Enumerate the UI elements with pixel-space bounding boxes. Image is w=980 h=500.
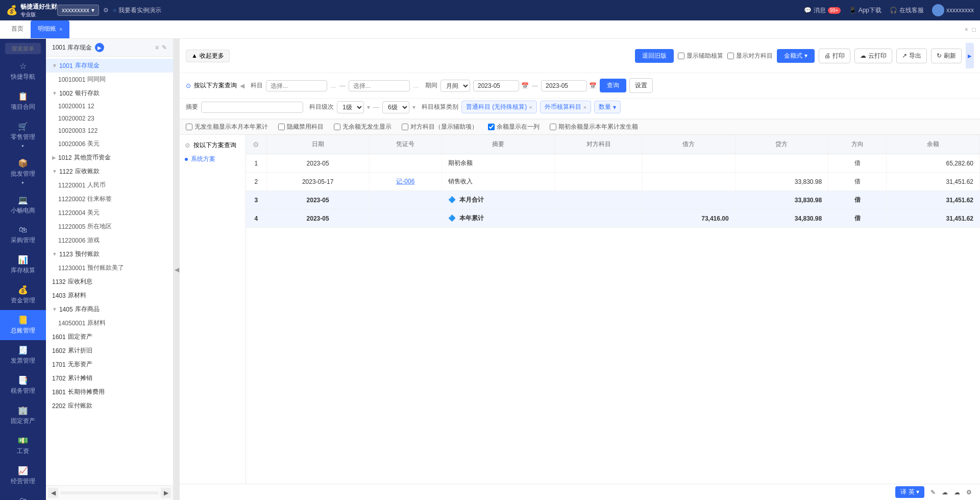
tree-item-1001[interactable]: ▼ 1001 库存现金 <box>46 59 173 73</box>
sidebar-item-quick-nav[interactable]: ☆ 快捷导航 <box>0 56 46 86</box>
side-expand-btn[interactable]: ▶ <box>966 43 974 68</box>
tree-item-11220006[interactable]: 11220006 游戏 <box>46 233 173 247</box>
tab-close-icon[interactable]: × <box>59 26 62 32</box>
sidebar-item-ledger[interactable]: 📒 总账管理 <box>0 310 46 340</box>
tree-item-1012[interactable]: ▶ 1012 其他货币资金 <box>46 151 173 164</box>
check-tag-quantity[interactable]: 数量 ▾ <box>594 101 621 113</box>
company-selector[interactable]: xxxxxxxxx ▾ <box>57 5 99 16</box>
demo-link[interactable]: ○ 我要看实例演示 <box>113 6 161 15</box>
settings-btn[interactable]: 设置 <box>629 78 653 93</box>
cb-no-balance-show[interactable]: 无余额无发生显示 <box>334 123 391 131</box>
app-download-btn[interactable]: 📱 App下载 <box>849 6 881 15</box>
check-tag-normal[interactable]: 普通科目 (无待殊核算) × <box>461 101 537 113</box>
subject-input-end[interactable] <box>349 80 410 91</box>
refresh-btn[interactable]: ↻ 刷新 <box>931 49 962 63</box>
message-btn[interactable]: 💬 消息 99+ <box>804 6 841 15</box>
tree-item-1601[interactable]: 1601 固定资产 <box>46 330 173 344</box>
cb-no-balance[interactable]: 无发生额显示本月本年累计 <box>186 123 268 131</box>
tree-item-10020006[interactable]: 10020006 美元 <box>46 137 173 151</box>
sidebar-item-operations[interactable]: 📈 经营管理 <box>0 461 46 491</box>
sidebar-item-tax[interactable]: 📑 税务管理 <box>0 370 46 400</box>
side-collapse-btn[interactable]: ◀ <box>174 39 180 500</box>
cb-no-balance-input[interactable] <box>186 124 192 130</box>
sidebar-item-fund[interactable]: 💰 资金管理 <box>0 280 46 310</box>
column-settings-icon[interactable]: ⚙ <box>253 140 259 149</box>
tree-item-11220001[interactable]: 11220001 人民币 <box>46 178 173 192</box>
search-input[interactable] <box>5 43 41 54</box>
tree-scrollbar[interactable] <box>60 491 159 494</box>
sidebar-item-project[interactable]: 📋 项目合同 <box>0 86 46 116</box>
tab-detail[interactable]: 明细账 × <box>31 20 69 38</box>
sidebar-item-inventory[interactable]: 📊 库存核算 <box>0 250 46 280</box>
tree-item-2202[interactable]: 2202 应付账款 <box>46 399 173 413</box>
sidebar-item-purchase[interactable]: 🛍 采购管理 <box>0 220 46 250</box>
sidebar-item-assets[interactable]: 🏢 固定资产 <box>0 400 46 431</box>
cb-begin-balance-input[interactable] <box>550 124 556 130</box>
cloud2-action[interactable]: ☁ <box>954 489 960 496</box>
print-btn[interactable]: 🖨 打印 <box>819 49 850 63</box>
tree-list-icon[interactable]: ≡ <box>155 44 159 51</box>
summary-input[interactable] <box>201 102 303 113</box>
cb-hide-disabled-input[interactable] <box>278 124 285 130</box>
return-old-btn[interactable]: 退回旧版 <box>635 49 674 63</box>
export-btn[interactable]: ↗ 导出 <box>896 49 927 63</box>
auxiliary-checkbox[interactable] <box>678 53 684 59</box>
tree-item-11230001[interactable]: 11230001 预付账款美了 <box>46 261 173 275</box>
window-restore-icon[interactable]: □ <box>972 26 976 33</box>
amount-type-btn[interactable]: 金额式 ▾ <box>777 49 815 63</box>
tree-item-1602[interactable]: 1602 累计折旧 <box>46 344 173 358</box>
tree-item-14050001[interactable]: 14050001 原材料 <box>46 316 173 330</box>
subject-input-start[interactable] <box>266 80 327 91</box>
th-settings[interactable]: ⚙ <box>246 135 266 154</box>
window-close-icon[interactable]: × <box>965 26 968 33</box>
collapse-filter-btn[interactable]: ▲ 收起更多 <box>186 50 230 62</box>
sidebar-item-wholesale[interactable]: 📦 批发管理 ▸ <box>0 153 46 190</box>
period-end-input[interactable]: 2023-05 <box>541 80 587 91</box>
tree-item-1405[interactable]: ▼ 1405 库存商品 <box>46 302 173 316</box>
tree-item-1801[interactable]: 1801 长期待摊费用 <box>46 385 173 399</box>
sidebar-item-retail[interactable]: 🛒 零售管理 ▸ <box>0 116 46 153</box>
translate-btn[interactable]: 译 英 ▾ <box>895 486 924 498</box>
tree-edit-icon[interactable]: ✎ <box>162 44 167 51</box>
check-tag-foreign[interactable]: 外币核算科目 × <box>540 101 591 113</box>
cb-no-balance-show-input[interactable] <box>334 124 340 130</box>
tree-item-10020003[interactable]: 10020003 122 <box>46 125 173 137</box>
voucher-link[interactable]: 记-006 <box>396 178 414 185</box>
edit-action[interactable]: ✎ <box>930 489 936 496</box>
level-end-select[interactable]: 6级 <box>382 101 409 113</box>
contra-checkbox[interactable] <box>727 53 734 59</box>
tree-item-1403[interactable]: 1403 原材料 <box>46 289 173 302</box>
left-arrow-icon[interactable]: ◀ <box>240 82 244 89</box>
cb-balance-one-col[interactable]: 余额显示在一列 <box>488 123 540 131</box>
query-btn[interactable]: 查询 <box>600 79 626 92</box>
user-avatar[interactable]: xxxxxxxxx <box>932 4 974 16</box>
checkbox-auxiliary[interactable]: 显示辅助核算 <box>678 52 723 60</box>
cb-contra-input[interactable] <box>402 124 408 130</box>
tree-item-10020002[interactable]: 10020002 23 <box>46 112 173 125</box>
cb-balance-one-col-input[interactable] <box>488 124 495 130</box>
tab-home[interactable]: 首页 <box>4 20 31 38</box>
tree-item-11220005[interactable]: 11220005 所在地区 <box>46 220 173 233</box>
tree-scroll-left[interactable]: ◀ <box>48 488 58 498</box>
cloud-print-btn[interactable]: ☁ 云打印 <box>854 49 892 63</box>
cloud-action[interactable]: ☁ <box>942 489 948 496</box>
tree-item-11220004[interactable]: 11220004 美元 <box>46 206 173 220</box>
checkbox-contra[interactable]: 显示对方科目 <box>727 52 773 60</box>
tree-item-1002[interactable]: ▼ 1002 银行存款 <box>46 86 173 100</box>
settings-action[interactable]: ⚙ <box>966 489 972 496</box>
tree-item-10010001[interactable]: 10010001 同同同 <box>46 73 173 86</box>
cb-contra[interactable]: 对方科目（显示辅助项） <box>402 123 478 131</box>
tree-item-1132[interactable]: 1132 应收利息 <box>46 275 173 289</box>
calendar-icon2[interactable]: 📅 <box>589 82 597 89</box>
period-start-input[interactable]: 2023-05 <box>473 80 519 91</box>
check-tag-remove-icon[interactable]: × <box>529 104 532 110</box>
sidebar-item-reports[interactable]: 🗂 小畅报销 <box>0 491 46 500</box>
sidebar-item-invoice[interactable]: 🧾 发票管理 <box>0 340 46 370</box>
foreign-tag-remove-icon[interactable]: × <box>583 104 586 110</box>
tree-item-1122[interactable]: ▼ 1122 应收账款 <box>46 164 173 178</box>
period-type-select[interactable]: 月间 <box>440 80 470 92</box>
tree-item-1702[interactable]: 1702 累计摊销 <box>46 371 173 385</box>
tree-item-1123[interactable]: ▼ 1123 预付账款 <box>46 247 173 261</box>
cb-begin-balance[interactable]: 期初余额显示本年累计发生额 <box>550 123 638 131</box>
tree-item-11220002[interactable]: 11220002 往来标签 <box>46 192 173 206</box>
